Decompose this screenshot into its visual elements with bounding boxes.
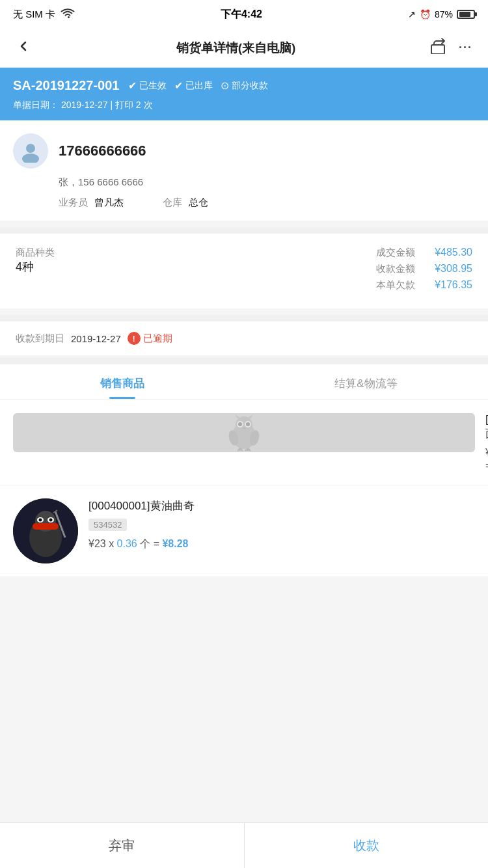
product-price-2: ¥23 x 0.36 个 = ¥8.28: [88, 537, 475, 551]
svg-point-2: [22, 154, 39, 163]
separator-3: [0, 358, 488, 364]
bottom-spacer: [0, 577, 488, 629]
products-section: 量+ [0000002]面包 ¥40 x 5 袋 = ¥199.99: [0, 400, 488, 577]
customer-phone: 17666666666: [59, 142, 146, 159]
customer-section: 17666666666 张，156 6666 6666 业务员 曾凡杰 仓库 总…: [0, 120, 488, 221]
status-time: 下午4:42: [221, 8, 262, 21]
order-id: SA-20191227-001: [13, 78, 119, 93]
tab-products[interactable]: 销售商品: [0, 364, 244, 399]
product-thumbnail-2: [13, 498, 78, 563]
customer-row: 17666666666: [13, 133, 475, 169]
order-date-line: 单据日期： 2019-12-27 | 打印 2 次: [13, 100, 475, 111]
tabs-section: 销售商品 结算&物流等: [0, 364, 488, 399]
overdue-icon: !: [128, 332, 141, 345]
received-amount-row: 收款金额 ¥308.95: [376, 263, 472, 275]
svg-rect-24: [33, 523, 59, 530]
separator-2: [0, 315, 488, 321]
product-info-2: [000400001]黄油曲奇 534532 ¥23 x 0.36 个 = ¥8…: [88, 498, 475, 551]
sales-item: 业务员 曾凡杰: [59, 197, 124, 209]
product-price-1: ¥40 x 5 袋 = ¥199.99: [485, 446, 488, 472]
product-info-1: [0000002]面包 ¥40 x 5 袋 = ¥199.99: [485, 413, 488, 472]
product-type: 商品种类 4种: [16, 247, 55, 275]
svg-point-1: [26, 144, 35, 153]
badge-shipped: ✔ 已出库: [174, 79, 213, 92]
share-icon[interactable]: [430, 38, 446, 58]
status-left: 无 SIM 卡: [13, 8, 75, 21]
nav-right-actions: ···: [430, 38, 472, 58]
order-badges: ✔ 已生效 ✔ 已出库 ⊙ 部分收款: [128, 79, 268, 92]
alarm-icon: ⏰: [420, 9, 431, 20]
due-amount-row: 本单欠款 ¥176.35: [376, 279, 472, 292]
product-item: 量+ [0000002]面包 ¥40 x 5 袋 = ¥199.99: [0, 400, 488, 485]
status-right: ↗ ⏰ 87%: [408, 9, 475, 20]
amounts: 成交金额 ¥485.30 收款金额 ¥308.95 本单欠款 ¥176.35: [376, 247, 472, 295]
wifi-icon: [61, 8, 75, 21]
svg-point-28: [49, 519, 53, 522]
back-button[interactable]: [16, 38, 42, 58]
customer-sub-name: 张，156 6666 6666: [13, 176, 475, 189]
customer-details: 业务员 曾凡杰 仓库 总仓: [13, 197, 475, 209]
product-sku-2: 534532: [88, 519, 127, 531]
svg-point-27: [39, 519, 42, 522]
check-icon-1: ✔: [128, 79, 137, 92]
clock-icon: ⊙: [221, 79, 229, 92]
product-item-2: [000400001]黄油曲奇 534532 ¥23 x 0.36 个 = ¥8…: [0, 485, 488, 577]
svg-marker-11: [248, 414, 253, 418]
check-icon-2: ✔: [174, 79, 183, 92]
svg-rect-0: [431, 45, 444, 54]
order-header: SA-20191227-001 ✔ 已生效 ✔ 已出库 ⊙ 部分收款 单据日期：…: [0, 68, 488, 120]
bottom-bar: 弃审 收款: [0, 822, 488, 868]
summary-section: 商品种类 4种 成交金额 ¥485.30 收款金额 ¥308.95 本单欠款 ¥…: [0, 234, 488, 308]
nav-bar: 销货单详情(来自电脑) ···: [0, 29, 488, 68]
location-icon: ↗: [408, 9, 416, 20]
more-icon[interactable]: ···: [459, 41, 472, 55]
overdue-badge: ! 已逾期: [128, 332, 172, 345]
sim-label: 无 SIM 卡: [13, 8, 55, 21]
battery-percent: 87%: [435, 9, 453, 20]
product-name-2: [000400001]黄油曲奇: [88, 498, 475, 513]
badge-effective: ✔ 已生效: [128, 79, 167, 92]
badge-partial: ⊙ 部分收款: [221, 79, 268, 92]
abandon-review-button[interactable]: 弃审: [0, 823, 245, 868]
due-section: 收款到期日 2019-12-27 ! 已逾期: [0, 321, 488, 355]
tab-settlement[interactable]: 结算&物流等: [244, 364, 488, 399]
page-title: 销货单详情(来自电脑): [176, 40, 296, 57]
deal-amount-row: 成交金额 ¥485.30: [376, 247, 472, 259]
avatar: [13, 133, 48, 169]
summary-row: 商品种类 4种 成交金额 ¥485.30 收款金额 ¥308.95 本单欠款 ¥…: [16, 247, 472, 295]
product-thumbnail-1: 量+: [13, 413, 475, 452]
battery-icon: [457, 10, 475, 19]
separator-1: [0, 227, 488, 234]
svg-point-8: [246, 422, 250, 426]
status-bar: 无 SIM 卡 下午4:42 ↗ ⏰ 87%: [0, 0, 488, 29]
collect-payment-button[interactable]: 收款: [245, 823, 489, 868]
svg-point-7: [238, 422, 242, 426]
product-name-1: [0000002]面包: [485, 413, 488, 441]
svg-marker-10: [235, 414, 240, 418]
warehouse-item: 仓库 总仓: [163, 197, 208, 209]
